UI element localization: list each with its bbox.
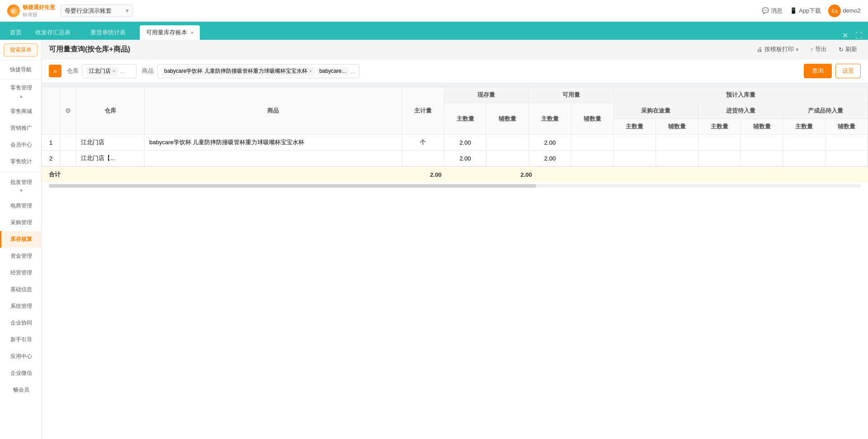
col-avail-main: 主数量 xyxy=(529,103,571,135)
sidebar-item-purchase[interactable]: 采购管理 xyxy=(0,214,41,231)
sidebar-item-member[interactable]: 会员中心 xyxy=(0,137,41,153)
query-button[interactable]: 查询 xyxy=(804,64,832,78)
cell-warehouse: 江北门店【... xyxy=(76,151,145,166)
total-curr-main: 2.00 xyxy=(418,171,454,178)
sidebar-item-system[interactable]: 系统管理 xyxy=(0,298,41,315)
filter-toggle-btn[interactable]: » xyxy=(49,65,61,77)
cell-avail-aux xyxy=(571,135,613,151)
cell-purchase-main xyxy=(613,151,656,166)
header-available: 可用量 xyxy=(529,87,613,103)
content-header: 可用量查询(按仓库+商品) 🖨 按模板打印 ▾ ↑ 导出 ↻ 刷新 xyxy=(42,40,868,59)
sidebar-item-wholesale-mgmt[interactable]: 批发管理 ▼ xyxy=(0,174,41,198)
cell-unit: 个 xyxy=(402,135,444,151)
export-icon: ↑ xyxy=(811,46,814,53)
sidebar-item-enterprise-wechat[interactable]: 企业微信 xyxy=(0,365,41,382)
horizontal-scrollbar[interactable] xyxy=(49,184,861,188)
export-btn[interactable]: ↑ 导出 xyxy=(807,43,831,55)
col-unit-header: 主计量 xyxy=(402,87,444,135)
cell-warehouse: 江北门店 xyxy=(76,135,145,151)
cell-incoming-aux xyxy=(741,151,783,166)
nav-tabs: 首页 收发存汇总表 × 要货单统计表 × 可用量库存账本 × ✕ ⛶ xyxy=(0,22,868,40)
sidebar-item-vip[interactable]: 畅会员 xyxy=(0,382,41,398)
product-tag-remove[interactable]: × xyxy=(309,68,312,74)
product-label: 商品 xyxy=(142,67,154,75)
sidebar-item-operations[interactable]: 经营管理 xyxy=(0,264,41,281)
tab-available-inventory-close[interactable]: × xyxy=(191,30,193,35)
cell-product xyxy=(145,151,402,166)
sidebar-item-inventory[interactable]: 库存核算 xyxy=(0,231,41,248)
product-tag-extra: babycare... xyxy=(316,67,349,75)
avatar: Ea xyxy=(828,5,841,17)
print-dropdown-icon: ▾ xyxy=(796,46,799,53)
header-current-stock: 现存量 xyxy=(444,87,528,103)
warehouse-tag-remove[interactable]: × xyxy=(113,68,115,74)
sidebar-item-new-user[interactable]: 新手引导 xyxy=(0,331,41,348)
svg-text:✿: ✿ xyxy=(11,9,15,14)
message-btn[interactable]: 💬 消息 xyxy=(762,7,783,15)
tab-order-stat-close[interactable]: × xyxy=(129,30,132,35)
col-warehouse-header: 仓库 xyxy=(76,87,145,135)
page-title: 可用量查询(按仓库+商品) xyxy=(49,45,130,54)
col-product-header: 商品 xyxy=(145,87,402,135)
tab-recv-send-close[interactable]: × xyxy=(74,30,77,35)
warehouse-more[interactable]: ... xyxy=(120,68,125,75)
header-incoming: 预计入库量 xyxy=(613,87,868,103)
search-menu-btn[interactable]: 搜索菜单 xyxy=(4,43,38,57)
tab-order-stat[interactable]: 要货单统计表 × xyxy=(84,25,138,40)
settings-button[interactable]: 设置 xyxy=(835,64,861,78)
sidebar-item-retail-stats[interactable]: 零售统计 xyxy=(0,153,41,170)
table-row: 2 江北门店【... 2.00 2.00 xyxy=(42,151,868,166)
sidebar-item-app-center[interactable]: 应用中心 xyxy=(0,348,41,365)
sidebar-shortcut[interactable]: 快捷导航 xyxy=(0,62,41,77)
app-download-btn[interactable]: 📱 App下载 xyxy=(790,7,821,15)
tab-close-all[interactable]: ✕ xyxy=(839,31,852,40)
total-avail-main: 2.00 xyxy=(508,171,544,178)
bottom-summary-bar: 合计 2.00 2.00 xyxy=(42,166,868,182)
col-gear-header[interactable]: ⚙ xyxy=(60,87,76,135)
table-area: ⚙ 仓库 商品 主计量 现存量 可用量 预计入库量 主数量 辅数量 主数量 辅数… xyxy=(42,87,868,439)
top-bar: ✿ 畅捷通好生意 标准版 母婴行业演示账套 ▾ 💬 消息 📱 App下载 Ea … xyxy=(0,0,868,22)
sidebar-item-finance[interactable]: 资金管理 xyxy=(0,248,41,264)
production-aux-header: 辅数量 xyxy=(826,119,868,135)
print-btn[interactable]: 🖨 按模板打印 ▾ xyxy=(753,43,802,55)
product-input[interactable]: babycare学饮杯 儿童防摔防撞吸管杯重力球吸嘴杯宝宝水杯 × babyca… xyxy=(157,64,359,78)
tab-recv-send[interactable]: 收发存汇总表 × xyxy=(29,25,83,40)
sidebar-item-marketing[interactable]: 营销推广 xyxy=(0,120,41,137)
sidebar-item-retail-mall[interactable]: 零售商城 xyxy=(0,103,41,120)
refresh-btn[interactable]: ↻ 刷新 xyxy=(835,43,861,55)
warehouse-tag: 江北门店 × xyxy=(86,66,118,76)
cell-production-main xyxy=(783,151,826,166)
user-profile[interactable]: Ea demo2 xyxy=(828,5,861,17)
col-no-header xyxy=(42,87,60,135)
product-more[interactable]: ... xyxy=(351,68,356,75)
chevron-icon-2: ▼ xyxy=(19,188,24,193)
header-actions: 🖨 按模板打印 ▾ ↑ 导出 ↻ 刷新 xyxy=(753,43,861,55)
cell-production-aux xyxy=(826,151,868,166)
cell-purchase-aux xyxy=(656,151,698,166)
warehouse-input[interactable]: 江北门店 × ... xyxy=(82,64,137,78)
sidebar-item-basic-info[interactable]: 基础信息 xyxy=(0,281,41,298)
main-content: 可用量查询(按仓库+商品) 🖨 按模板打印 ▾ ↑ 导出 ↻ 刷新 xyxy=(42,40,868,439)
chevron-icon: ▲ xyxy=(19,94,24,99)
sidebar-item-retail-mgmt[interactable]: 零售管理 ▲ xyxy=(0,80,41,103)
scrollbar-thumb[interactable] xyxy=(49,184,536,188)
sidebar-item-enterprise-collab[interactable]: 企业协同 xyxy=(0,315,41,331)
cell-no: 2 xyxy=(42,151,60,166)
sub-incoming: 进货待入量 xyxy=(698,103,783,119)
mobile-icon: 📱 xyxy=(790,7,797,14)
tab-home[interactable]: 首页 xyxy=(4,25,28,40)
sidebar: 搜索菜单 快捷导航 零售管理 ▲ 零售商城 营销推广 会员中心 零售统计 批发管… xyxy=(0,40,42,439)
cell-curr-main: 2.00 xyxy=(444,135,486,151)
cell-curr-aux xyxy=(486,135,529,151)
sidebar-item-ecommerce[interactable]: 电商管理 xyxy=(0,198,41,214)
logo-icon: ✿ xyxy=(7,5,20,17)
tab-available-inventory[interactable]: 可用量库存账本 × xyxy=(140,25,200,40)
col-curr-main: 主数量 xyxy=(444,103,486,135)
cell-purchase-aux xyxy=(656,135,698,151)
sub-production: 产成品待入量 xyxy=(783,103,868,119)
maximize-icon[interactable]: ⛶ xyxy=(854,32,864,40)
sidebar-search-area: 搜索菜单 xyxy=(0,40,41,61)
cell-gear xyxy=(60,135,76,151)
org-selector[interactable]: 母婴行业演示账套 ▾ xyxy=(61,5,133,17)
cell-no: 1 xyxy=(42,135,60,151)
